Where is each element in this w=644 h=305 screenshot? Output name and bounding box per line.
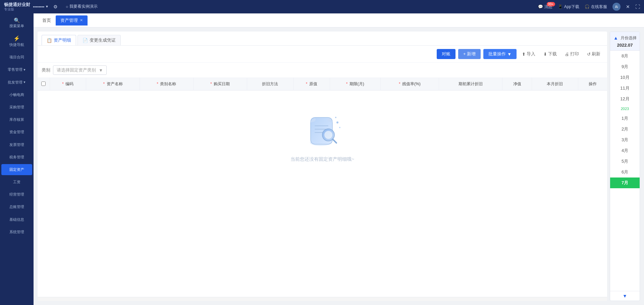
- import-btn[interactable]: ⬆ 导入: [519, 49, 538, 59]
- month-item-4[interactable]: 4月: [610, 145, 640, 156]
- svg-point-5: [324, 131, 332, 139]
- settings-icon-btn[interactable]: ⚙: [53, 4, 58, 9]
- bottom-scrollbar[interactable]: [38, 297, 607, 301]
- month-item-11[interactable]: 11月: [610, 83, 640, 94]
- search-icon: 🔍: [1, 17, 32, 23]
- sidebar-wholesale-label: 批发管理: [8, 80, 22, 85]
- sidebar-retail-label: 零售管理: [8, 67, 22, 72]
- category-select[interactable]: 请选择固定资产类别 ▼: [53, 65, 107, 75]
- company-dropdown-btn[interactable]: ▪▪▪▪▪▪▪▪ ▼: [33, 4, 49, 9]
- sidebar-nav-label: 快捷导航: [9, 43, 24, 47]
- col-depreciation-method: 折旧方法: [247, 78, 293, 91]
- year-2023-marker: 2023: [610, 104, 640, 113]
- col-category: * 类别名称: [140, 78, 193, 91]
- sidebar-item-wholesale[interactable]: 批发管理 ▼: [1, 77, 32, 88]
- month-item-2[interactable]: 2月: [610, 124, 640, 135]
- sidebar-item-purchase[interactable]: 采购管理: [1, 102, 32, 113]
- month-item-9[interactable]: 9月: [610, 61, 640, 72]
- col-period-accum: 期初累计折旧: [439, 78, 502, 91]
- tab-close-icon[interactable]: ✕: [80, 18, 83, 22]
- import-icon: ⬆: [522, 52, 526, 57]
- month-item-12[interactable]: 12月: [610, 94, 640, 104]
- company-name-placeholder: ▪▪▪▪▪▪▪▪: [33, 4, 44, 9]
- app-download-btn[interactable]: 📱 App下载: [558, 4, 579, 10]
- sidebar-item-tax[interactable]: 税务管理: [1, 152, 32, 163]
- sidebar-item-finance[interactable]: 资金管理: [1, 126, 32, 138]
- wholesale-arrow-icon: ▼: [23, 81, 26, 84]
- sidebar-search-btn[interactable]: 🔍 搜索菜单: [0, 15, 34, 31]
- sub-tabs: 📋 资产明细 📄 变更生成凭证: [38, 32, 607, 46]
- download-btn[interactable]: ⬇ 下载: [541, 49, 559, 59]
- sidebar-item-project[interactable]: 项目合同: [1, 52, 32, 63]
- month-item-6[interactable]: 6月: [610, 167, 640, 177]
- month-item-5[interactable]: 5月: [610, 156, 640, 167]
- sidebar-inventory-label: 库存核算: [9, 117, 24, 122]
- month-item-3[interactable]: 3月: [610, 135, 640, 145]
- top-header: 畅捷通好业财 专业版 ▪▪▪▪▪▪▪▪ ▼ ⚙ ○ 我要看实例演示 💬 消息 9…: [0, 0, 644, 13]
- header-right: 💬 消息 99+ 📱 App下载 🎧 在线客服 Ai ✕ ⛶: [538, 3, 640, 11]
- empty-text: 当前您还没有固定资产明细哦~: [290, 156, 354, 162]
- sidebar-item-retail[interactable]: 零售管理 ▼: [1, 64, 32, 75]
- tab-asset-mgmt[interactable]: 资产管理 ✕: [56, 15, 88, 26]
- demo-link[interactable]: ○ 我要看实例演示: [66, 4, 98, 9]
- category-arrow-icon: ▼: [99, 68, 103, 73]
- sidebar-item-nav[interactable]: ⚡ 快捷导航: [1, 32, 32, 50]
- sidebar-item-ecommerce[interactable]: 小畅电商: [1, 89, 32, 100]
- sidebar-item-system[interactable]: 系统管理: [1, 226, 32, 238]
- sidebar-search-label: 搜索菜单: [1, 23, 32, 29]
- select-all-checkbox[interactable]: [41, 82, 46, 86]
- svg-point-9: [335, 117, 336, 118]
- tab-home-label: 首页: [42, 17, 51, 23]
- main-container: 🔍 搜索菜单 ⚡ 快捷导航 项目合同 零售管理 ▼ 批发管理 ▼ 小畅电商 采购…: [0, 13, 644, 305]
- app-logo: 畅捷通好业财 专业版: [4, 2, 30, 11]
- col-original-value: * 原值: [293, 78, 330, 91]
- user-avatar[interactable]: Ai: [612, 3, 621, 11]
- table-header-row: * 编码 * 资产名称 * 类别名称: [38, 78, 607, 91]
- month-next-btn[interactable]: ▼: [621, 293, 629, 299]
- add-btn[interactable]: + 新增: [458, 49, 481, 59]
- sidebar-item-basic-info[interactable]: 基础信息: [1, 214, 32, 225]
- sidebar-basic-info-label: 基础信息: [9, 217, 24, 222]
- empty-state-row: 当前您还没有固定资产明细哦~: [38, 91, 607, 183]
- header-left: 畅捷通好业财 专业版 ▪▪▪▪▪▪▪▪ ▼ ⚙ ○ 我要看实例演示: [4, 2, 538, 11]
- main-panel: 📋 资产明细 📄 变更生成凭证 对账 + 新增: [38, 32, 607, 301]
- expand-btn[interactable]: ⛶: [635, 4, 640, 9]
- month-panel-footer: ▼: [610, 291, 640, 301]
- sidebar-invoice-label: 发票管理: [9, 143, 24, 147]
- month-item-10[interactable]: 10月: [610, 72, 640, 83]
- tab-asset-mgmt-label: 资产管理: [60, 17, 78, 23]
- month-item-1[interactable]: 1月: [610, 113, 640, 124]
- month-prev-btn[interactable]: ▲: [612, 35, 620, 41]
- month-panel-header: ▲ 月份选择 2022.07: [610, 32, 640, 51]
- retail-arrow-icon: ▼: [23, 68, 26, 71]
- sub-tab-change-voucher-label: 变更生成凭证: [90, 37, 116, 43]
- sidebar-purchase-label: 采购管理: [9, 105, 24, 109]
- sidebar-system-label: 系统管理: [9, 230, 24, 234]
- refresh-label: 刷新: [592, 51, 600, 57]
- sidebar-item-fixed-assets[interactable]: 固定资产: [1, 164, 32, 175]
- tab-home[interactable]: 首页: [38, 15, 56, 26]
- sidebar-item-invoice[interactable]: 发票管理: [1, 139, 32, 150]
- sub-tab-change-voucher[interactable]: 📄 变更生成凭证: [77, 35, 121, 45]
- batch-arrow-icon: ▼: [507, 52, 512, 57]
- refresh-btn[interactable]: ↺ 刷新: [584, 49, 603, 59]
- batch-btn[interactable]: 批量操作 ▼: [483, 49, 517, 59]
- sub-tab-asset-detail[interactable]: 📋 资产明细: [42, 35, 76, 45]
- sidebar-item-inventory[interactable]: 库存核算: [1, 114, 32, 125]
- message-badge: 99+: [547, 2, 555, 6]
- message-btn[interactable]: 💬 消息 99+: [538, 4, 552, 10]
- sidebar-item-general-ledger[interactable]: 总账管理: [1, 201, 32, 212]
- sidebar-item-operations[interactable]: 经营管理: [1, 189, 32, 200]
- sidebar-payroll-label: 工资: [13, 180, 20, 184]
- print-btn[interactable]: 🖨 打印: [562, 49, 582, 59]
- sidebar-item-payroll[interactable]: 工资: [1, 176, 32, 188]
- month-item-8[interactable]: 8月: [610, 51, 640, 61]
- month-item-7[interactable]: 7月: [610, 177, 640, 188]
- nav-icon: ⚡: [13, 35, 20, 42]
- online-service-btn[interactable]: 🎧 在线客服: [585, 4, 607, 10]
- col-net-value: 净值: [502, 78, 532, 91]
- close-panel-btn[interactable]: ✕: [626, 4, 630, 9]
- filter-category-label: 类别: [42, 67, 50, 73]
- reconcile-btn[interactable]: 对账: [437, 49, 455, 59]
- page-content: 📋 资产明细 📄 变更生成凭证 对账 + 新增: [34, 28, 644, 305]
